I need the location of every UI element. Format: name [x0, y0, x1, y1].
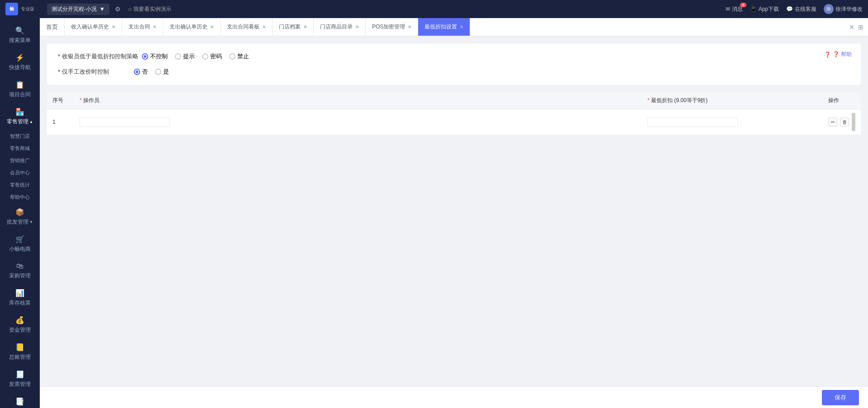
sidebar-item-finance[interactable]: 💰 资金管理	[0, 311, 40, 338]
tab-home[interactable]: 首页	[40, 18, 65, 36]
sidebar-item-shortcut[interactable]: ⚡ 快捷导航	[0, 49, 40, 76]
col-header-seq: 序号	[47, 92, 74, 109]
sidebar-item-member[interactable]: 会员中心	[0, 167, 40, 179]
tab-pay-contract-board[interactable]: 支出合同看板 ✕	[221, 18, 273, 36]
app-download-label: App下载	[759, 5, 779, 13]
tab-close-store-goods[interactable]: ✕	[355, 24, 359, 29]
message-action[interactable]: ✉ 消息 8	[726, 5, 743, 13]
sidebar-item-smart-store[interactable]: 智慧门店	[0, 130, 40, 142]
shortcut-icon: ⚡	[15, 53, 24, 62]
discount-strategy-label: * 收银员低于最低折扣控制策略	[58, 52, 138, 61]
tax-icon: 📑	[15, 397, 24, 406]
sidebar-label-project: 项目合同	[9, 91, 31, 98]
tab-close-min-discount[interactable]: ✕	[460, 24, 463, 29]
form-row-discount-strategy: * 收银员低于最低折扣控制策略 不控制 提示 密码	[58, 52, 850, 61]
table-panel: 序号 * 操作员 * 最低折扣 (9.00等于9折) 操作 1	[47, 92, 861, 135]
tab-label-income-history: 收入确认单历史	[71, 23, 109, 31]
tab-close-pay-contract-board[interactable]: ✕	[262, 24, 266, 29]
tab-close-all-btn[interactable]: ✕	[849, 23, 854, 31]
tab-pay-contract[interactable]: 支出合同 ✕	[122, 18, 163, 36]
sidebar-item-marketing[interactable]: 营销推广	[0, 155, 40, 167]
sidebar-label-purchase: 采购管理	[9, 272, 31, 280]
tab-min-discount[interactable]: 最低折扣设置 ✕	[418, 18, 470, 36]
sidebar-label-finance: 资金管理	[9, 326, 31, 334]
radio-password[interactable]: 密码	[202, 52, 222, 61]
online-support-action[interactable]: 💬 在线客服	[786, 5, 816, 13]
app-download-action[interactable]: 📱 App下载	[750, 5, 779, 13]
tab-label-store-file: 门店档案	[279, 23, 301, 31]
drag-handle[interactable]: ⋮	[852, 113, 855, 131]
app-version: 专业版	[21, 6, 34, 12]
sidebar-item-search[interactable]: 🔍 搜索菜单	[0, 22, 40, 49]
sidebar-label-marketing: 营销推广	[10, 157, 30, 164]
radio-dot-yes	[155, 69, 161, 75]
tab-close-store-file[interactable]: ✕	[303, 24, 307, 29]
tab-close-income-history[interactable]: ✕	[112, 24, 115, 29]
sidebar-label-ledger: 总账管理	[9, 353, 31, 361]
table-row: 1 ✏ 🗑 ⋮	[47, 109, 861, 135]
user-menu[interactable]: 徐 徐泽华修改	[824, 4, 863, 14]
radio-label-no: 否	[142, 68, 148, 76]
search-icon: 🔍	[15, 26, 24, 35]
invoice-icon: 🧾	[15, 370, 24, 379]
tab-close-pos-password[interactable]: ✕	[408, 24, 411, 29]
sidebar-item-project[interactable]: 📋 项目合同	[0, 76, 40, 103]
col-header-discount: * 最低折扣 (9.00等于9折)	[642, 92, 823, 109]
sidebar-label-smart-store: 智慧门店	[10, 133, 30, 140]
tab-income-history[interactable]: 收入确认单历史 ✕	[65, 18, 122, 36]
demo-link[interactable]: ○ 我要看实例演示	[128, 5, 171, 13]
wholesale-icon: 📦	[15, 208, 24, 216]
sidebar-item-retail[interactable]: 🏪 零售管理 ▲	[0, 103, 40, 130]
sidebar-item-invoice[interactable]: 🧾 发票管理	[0, 366, 40, 393]
tab-label-pos-password: POS加密管理	[372, 23, 405, 31]
sidebar-item-retail-mall[interactable]: 零售商城	[0, 142, 40, 155]
operator-input[interactable]	[80, 117, 170, 127]
sidebar-item-ecommerce[interactable]: 🛒 小畅电商	[0, 230, 40, 258]
radio-remind[interactable]: 提示	[175, 52, 195, 61]
tab-label-home: 首页	[46, 23, 58, 31]
help-label: ❓ 帮助	[833, 51, 852, 58]
sidebar-item-inventory[interactable]: 📊 库存核算	[0, 284, 40, 311]
logo-icon: 畅	[5, 3, 18, 15]
sidebar-item-tax[interactable]: 📑 税务管理	[0, 393, 40, 408]
avatar: 徐	[824, 4, 834, 14]
tab-store-file[interactable]: 门店档案 ✕	[273, 18, 314, 36]
project-icon: 📋	[15, 80, 24, 89]
form-row-manual-control: * 仅手工改价时控制 否 是	[58, 68, 850, 76]
discount-input[interactable]	[647, 117, 738, 127]
tab-close-pay-confirm-history[interactable]: ✕	[210, 24, 214, 29]
tab-pos-password[interactable]: POS加密管理 ✕	[366, 18, 418, 36]
sidebar-item-purchase[interactable]: 🛍 采购管理	[0, 258, 40, 284]
tab-close-pay-contract[interactable]: ✕	[153, 24, 156, 29]
radio-forbid[interactable]: 禁止	[229, 52, 249, 61]
sidebar-item-ledger[interactable]: 📒 总账管理	[0, 338, 40, 366]
radio-yes[interactable]: 是	[155, 68, 169, 76]
page-content: ❓ ❓ 帮助 * 收银员低于最低折扣控制策略 不控制 提示	[40, 36, 868, 386]
sidebar-label-shortcut: 快捷导航	[9, 64, 31, 71]
tab-more-btn[interactable]: ⊞	[858, 23, 863, 31]
edit-btn[interactable]: ✏	[828, 117, 837, 127]
radio-no-control[interactable]: 不控制	[142, 52, 168, 61]
project-selector[interactable]: 测试分开完程-小况 ▼	[47, 4, 109, 15]
retail-icon: 🏪	[15, 108, 24, 116]
tab-pay-confirm-history[interactable]: 支出确认单历史 ✕	[163, 18, 221, 36]
cell-seq: 1	[47, 109, 74, 135]
tab-label-min-discount: 最低折扣设置	[425, 23, 457, 31]
sidebar-item-help[interactable]: 帮助中心	[0, 191, 40, 203]
purchase-icon: 🛍	[16, 262, 24, 270]
help-button[interactable]: ❓ ❓ 帮助	[824, 51, 852, 58]
delete-btn[interactable]: 🗑	[840, 117, 849, 127]
tab-label-pay-confirm-history: 支出确认单历史	[170, 23, 208, 31]
app-logo: 畅 专业版	[5, 3, 42, 15]
topbar-actions: ✉ 消息 8 📱 App下载 💬 在线客服 徐 徐泽华修改	[726, 4, 863, 14]
tab-store-goods[interactable]: 门店商品目录 ✕	[314, 18, 366, 36]
settings-icon[interactable]: ⚙	[115, 5, 121, 13]
save-button[interactable]: 保存	[822, 390, 859, 405]
bottom-bar: 保存	[40, 386, 868, 408]
sidebar-item-wholesale[interactable]: 📦 批发管理 ▼	[0, 203, 40, 230]
radio-label-password: 密码	[210, 52, 222, 61]
sidebar-label-member: 会员中心	[10, 169, 30, 176]
sidebar-item-retail-stats[interactable]: 零售统计	[0, 179, 40, 191]
main-layout: 🔍 搜索菜单 ⚡ 快捷导航 📋 项目合同 🏪 零售管理 ▲ 智慧门店 零售商城 …	[0, 18, 868, 408]
radio-no[interactable]: 否	[134, 68, 148, 76]
